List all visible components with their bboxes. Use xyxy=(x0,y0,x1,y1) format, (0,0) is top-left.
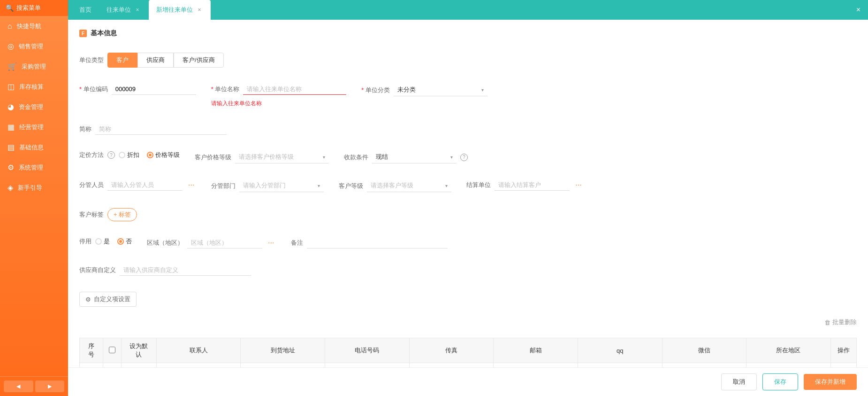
supplier-custom-label: 供应商自定义 xyxy=(79,266,116,274)
department-select[interactable]: 请输入分管部门 ▾ xyxy=(239,179,324,192)
cell-qq[interactable] xyxy=(578,363,662,368)
sidebar-search[interactable]: 🔍 搜索菜单 xyxy=(0,0,68,16)
pricing-radio-group: 折扣 价格等级 xyxy=(119,151,180,159)
sidebar-item-sales[interactable]: ◎ 销售管理 xyxy=(0,36,68,56)
custom-settings-btn[interactable]: ⚙ 自定义项设置 xyxy=(79,292,137,307)
window-close-btn[interactable]: × xyxy=(853,4,864,16)
cancel-button[interactable]: 取消 xyxy=(721,373,757,390)
unit-name-error-msg: 请输入往来单位名称 xyxy=(211,100,262,108)
home-icon: ⌂ xyxy=(8,22,12,31)
col-email: 邮箱 xyxy=(494,338,578,363)
settlement-label: 结算单位 xyxy=(466,181,491,189)
tab-new-counterparty-close[interactable]: × xyxy=(196,6,203,14)
cell-phone[interactable] xyxy=(325,363,410,368)
sidebar-item-basic[interactable]: ▤ 基础信息 xyxy=(0,137,68,157)
save-button[interactable]: 保存 xyxy=(762,373,798,390)
disabled-field: 停用 是 否 xyxy=(79,237,132,246)
chevron-down-icon: ▾ xyxy=(481,87,484,93)
col-address: 到货地址 xyxy=(241,338,325,363)
contacts-table: 序号 设为默认 联系人 到货地址 电话号码 传真 邮箱 qq 微信 所在地区 操… xyxy=(79,338,857,367)
customer-level-select[interactable]: 请选择客户等级 ▾ xyxy=(367,179,451,192)
cell-email[interactable] xyxy=(494,363,578,368)
manager-more-btn[interactable]: ··· xyxy=(186,181,196,189)
unit-name-input[interactable] xyxy=(243,84,346,95)
cell-actions: + 🗑 xyxy=(830,363,856,368)
system-icon: ⚙ xyxy=(8,163,14,172)
customer-level-placeholder: 请选择客户等级 xyxy=(371,181,443,190)
sidebar-item-guide[interactable]: ◈ 新手引导 xyxy=(0,178,68,198)
manager-label: 分管人员 xyxy=(79,181,104,189)
unit-code-input[interactable] xyxy=(112,84,196,95)
sidebar-item-operation[interactable]: ▦ 经营管理 xyxy=(0,117,68,137)
disabled-no-option[interactable]: 否 xyxy=(117,237,132,246)
sidebar-item-inventory[interactable]: ◫ 库存核算 xyxy=(0,77,68,97)
unit-type-btn-group: 客户 供应商 客户/供应商 xyxy=(107,53,224,68)
pricing-discount-radio[interactable] xyxy=(119,152,125,158)
pricing-discount-option[interactable]: 折扣 xyxy=(119,151,139,159)
btn-supplier[interactable]: 供应商 xyxy=(137,53,174,68)
department-field: 分管部门 请输入分管部门 ▾ xyxy=(211,179,324,192)
settlement-more-btn[interactable]: ··· xyxy=(573,181,583,189)
payment-terms-select[interactable]: 现结 ▾ xyxy=(372,151,457,163)
sidebar-expand-btn[interactable]: ▶ xyxy=(35,380,65,392)
basic-icon: ▤ xyxy=(8,143,15,152)
tab-new-counterparty[interactable]: 新增往来单位 × xyxy=(149,0,211,20)
unit-category-select[interactable]: 未分类 ▾ xyxy=(394,84,487,96)
pricing-row: 定价方法 ? 折扣 价格等级 客户价格等级 请选择客户价格等级 xyxy=(79,151,857,163)
manager-input[interactable] xyxy=(107,179,183,191)
customer-price-select[interactable]: 请选择客户价格等级 ▾ xyxy=(235,151,329,163)
inventory-icon: ◫ xyxy=(8,82,15,91)
pricing-help-icon[interactable]: ? xyxy=(107,151,115,159)
supplier-custom-input[interactable] xyxy=(120,264,251,276)
disabled-yes-radio[interactable] xyxy=(95,238,102,245)
sidebar-item-inventory-label: 库存核算 xyxy=(19,83,44,91)
region-input[interactable] xyxy=(187,237,262,248)
pricing-method-label: 定价方法 xyxy=(79,151,104,159)
customer-price-chevron: ▾ xyxy=(323,155,325,160)
sidebar-item-purchase-label: 采购管理 xyxy=(22,62,46,71)
customer-price-placeholder: 请选择客户价格等级 xyxy=(239,153,321,161)
payment-terms-help-icon[interactable]: ? xyxy=(460,154,468,161)
btn-both[interactable]: 客户/供应商 xyxy=(174,53,224,68)
settlement-input[interactable] xyxy=(495,179,570,191)
manager-field: 分管人员 ··· xyxy=(79,179,196,191)
sidebar-item-system[interactable]: ⚙ 系统管理 xyxy=(0,157,68,178)
cell-contact[interactable] xyxy=(156,363,241,368)
pricing-price-level-radio[interactable] xyxy=(147,152,153,158)
disabled-label: 停用 xyxy=(79,237,91,246)
sidebar-item-finance[interactable]: ◕ 资金管理 xyxy=(0,97,68,117)
sidebar-item-finance-label: 资金管理 xyxy=(19,103,43,111)
region-more-btn[interactable]: ··· xyxy=(266,239,276,247)
cell-wechat[interactable] xyxy=(662,363,746,368)
sidebar-item-purchase[interactable]: 🛒 采购管理 xyxy=(0,56,68,77)
save-new-button[interactable]: 保存并新增 xyxy=(804,374,857,390)
unit-code-field: 单位编码 xyxy=(79,84,196,95)
disabled-yes-option[interactable]: 是 xyxy=(95,237,110,246)
sidebar-item-basic-label: 基础信息 xyxy=(19,143,44,152)
col-qq: qq xyxy=(578,338,662,363)
disabled-no-radio[interactable] xyxy=(117,238,124,245)
cell-region[interactable] xyxy=(746,363,831,368)
section-title: 基本信息 xyxy=(91,29,117,38)
select-all-checkbox[interactable] xyxy=(109,347,115,353)
cell-address[interactable] xyxy=(241,363,325,368)
batch-delete-row: 🗑 批量删除 xyxy=(79,318,857,326)
tag-label: 客户标签 xyxy=(79,210,104,219)
sidebar-item-quick-nav[interactable]: ⌂ 快捷导航 xyxy=(0,16,68,36)
tab-counterparty[interactable]: 往来单位 × xyxy=(99,0,149,20)
add-tag-btn[interactable]: + 标签 xyxy=(107,208,137,221)
sidebar-collapse-btn[interactable]: ◀ xyxy=(4,380,33,392)
tag-row: 客户标签 + 标签 xyxy=(79,208,857,221)
pricing-price-level-option[interactable]: 价格等级 xyxy=(147,151,180,159)
tab-counterparty-close[interactable]: × xyxy=(134,6,141,14)
short-name-input[interactable] xyxy=(95,124,227,135)
tab-bar: 首页 往来单位 × 新增往来单位 × × xyxy=(68,0,868,20)
note-input[interactable] xyxy=(307,237,448,248)
tab-home[interactable]: 首页 xyxy=(72,0,99,20)
cell-fax[interactable] xyxy=(409,363,494,368)
section-header: F 基本信息 xyxy=(79,29,857,38)
batch-delete-btn[interactable]: 🗑 批量删除 xyxy=(824,318,857,326)
col-fax: 传真 xyxy=(409,338,494,363)
form-content: F 基本信息 单位类型 客户 供应商 客户/供应商 单位编码 单位名称 xyxy=(68,20,868,367)
btn-customer[interactable]: 客户 xyxy=(107,53,137,68)
